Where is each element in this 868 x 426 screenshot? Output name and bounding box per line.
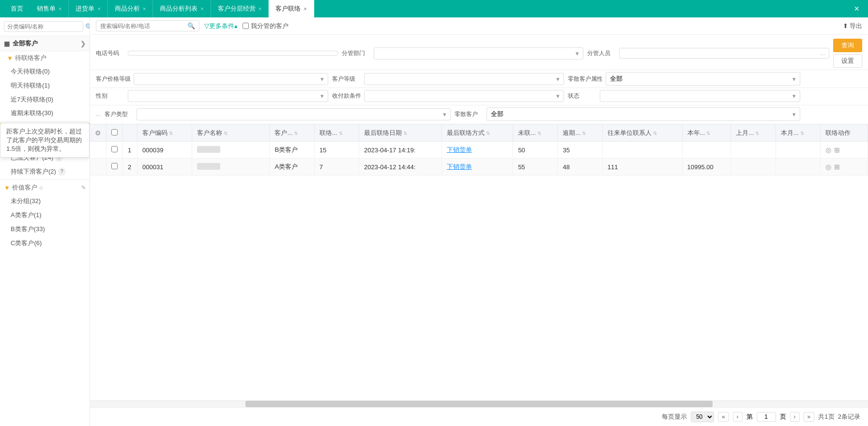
page-first-btn[interactable]: « (718, 412, 729, 422)
row2-action-icons: ◎ ⊞ (825, 163, 863, 171)
sidebar-search-icon[interactable]: 🔍 (85, 23, 90, 30)
col-contact[interactable]: 联络...⇅ (314, 125, 359, 142)
search-box: 🔍 (96, 20, 199, 31)
more-conditions-btn[interactable]: ▽ 更多条件 ▴ (204, 22, 238, 30)
sidebar-item-unclassified[interactable]: 未分组(32) (0, 194, 90, 208)
nav-tab-product-analysis-list[interactable]: 商品分析列表 × (153, 0, 211, 17)
table-row: 2 000031 A类客户 7 2023-04-12 14:44: 下销货单 5… (90, 159, 868, 176)
filter-row-4: ... 客户类型 ▾ 零散客户 全部▾ (90, 105, 868, 125)
sidebar-item-c-class[interactable]: C类客户(6) (0, 236, 90, 250)
status-select[interactable]: ▾ (600, 90, 800, 102)
nav-tab-purchase[interactable]: 进货单 × (69, 0, 107, 17)
close-product-analysis-tab[interactable]: × (143, 6, 146, 12)
col-overdue[interactable]: 逾期...⇅ (558, 125, 602, 142)
sidebar-item-b-class[interactable]: B类客户(33) (0, 222, 90, 236)
more-conditions-caret: ▴ (234, 22, 238, 29)
close-customer-contact-tab[interactable]: × (304, 6, 306, 12)
phone-input[interactable] (128, 51, 338, 56)
tooltip-box: 距客户上次交易时长，超过了此客户的平均交易周期的1.5倍，则视为异常。 (0, 123, 90, 158)
row2-link-action-icon[interactable]: ◎ (825, 163, 831, 171)
edit-value-group-icon[interactable]: ✎ (81, 185, 86, 191)
department-select[interactable]: ▾ (374, 47, 584, 59)
gender-select[interactable]: ▾ (128, 90, 328, 102)
search-btn-icon[interactable]: 🔍 (187, 22, 195, 29)
col-unit-contact[interactable]: 往来单位联系人⇅ (602, 125, 682, 142)
more-ellipsis-btn[interactable]: ... (96, 111, 101, 118)
col-name[interactable]: 客户名称⇅ (192, 125, 270, 142)
query-btn[interactable]: 查询 (833, 39, 862, 52)
pending-contact-group[interactable]: ▼ 待联络客户 (0, 51, 90, 65)
price-level-select[interactable]: ▾ (134, 73, 328, 85)
close-sales-tab[interactable]: × (59, 6, 61, 12)
row1-method-link[interactable]: 下销货单 (447, 146, 472, 153)
col-last-month[interactable]: 上月...⇅ (731, 125, 776, 142)
nav-tab-customer-contact[interactable]: 客户联络 × (269, 0, 314, 17)
row2-method-link[interactable]: 下销货单 (447, 163, 472, 170)
page-number-input[interactable] (757, 412, 776, 422)
page-prev-btn[interactable]: ‹ (733, 412, 743, 422)
close-customer-tier-tab[interactable]: × (259, 6, 261, 12)
sidebar-search-input[interactable] (4, 21, 83, 32)
col-checkbox (107, 125, 123, 142)
col-last-contact-date[interactable]: 最后联络日期⇅ (359, 125, 442, 142)
this-month-sort-icon: ⇅ (800, 131, 804, 136)
sidebar-item-overdue[interactable]: 逾期未联络(30) (0, 106, 90, 120)
row2-grid-action-icon[interactable]: ⊞ (834, 163, 840, 171)
nav-tab-sales[interactable]: 销售单 × (30, 0, 69, 17)
row1-checkbox[interactable] (111, 146, 118, 152)
pending-contact-arrow: ▼ (7, 55, 13, 62)
row2-checkbox[interactable] (111, 163, 118, 169)
filter-top-bar: 🔍 ▽ 更多条件 ▴ 我分管的客户 ⬆ 导出 (90, 17, 868, 35)
col-last-contact-method[interactable]: 最后联络方式⇅ (442, 125, 513, 142)
page-next-btn[interactable]: › (790, 412, 800, 422)
sustain-badge: ? (58, 168, 66, 176)
row1-link-action-icon[interactable]: ◎ (825, 146, 831, 154)
col-not-contacted[interactable]: 未联...⇅ (513, 125, 558, 142)
filter-row-1: 电话号码 分管部门 ▾ 分管人员 ... 查询 设置 (90, 35, 868, 70)
manager-more-btn[interactable]: ... (821, 50, 825, 56)
row2-name-blur (197, 163, 220, 170)
nav-tab-home[interactable]: 首页 (4, 4, 30, 13)
type-sort-icon: ⇅ (294, 131, 298, 136)
retail-attr-select[interactable]: 全部▾ (606, 72, 800, 86)
retail-customer-select[interactable]: 全部▾ (487, 107, 801, 121)
sidebar-collapse-btn[interactable]: ❯ (80, 40, 86, 47)
filter-icon: ▽ (204, 22, 209, 29)
page-last-btn[interactable]: » (804, 412, 815, 422)
col-code[interactable]: 客户编码⇅ (137, 125, 192, 142)
sidebar-item-tomorrow[interactable]: 明天待联络(1) (0, 79, 90, 93)
this-year-sort-icon: ⇅ (706, 131, 710, 136)
col-type[interactable]: 客户...⇅ (270, 125, 314, 142)
table-gear-icon[interactable]: ⚙ (95, 129, 101, 137)
my-customers-checkbox[interactable] (243, 23, 249, 29)
close-purchase-tab[interactable]: × (97, 6, 100, 12)
all-customers-header: ▦ 全部客户 ❯ (0, 36, 90, 51)
row1-grid-action-icon[interactable]: ⊞ (834, 146, 840, 154)
nav-tab-product-analysis[interactable]: 商品分析 × (108, 0, 153, 17)
sidebar-item-sustain-decline[interactable]: 持续下滑客户(2) ? (0, 165, 90, 179)
window-close-button[interactable]: × (849, 4, 864, 14)
last-month-sort-icon: ⇅ (755, 131, 759, 136)
manager-select[interactable]: ... (619, 48, 829, 59)
settings-btn[interactable]: 设置 (833, 54, 862, 68)
customer-level-select[interactable]: ▾ (364, 73, 564, 85)
top-nav: 首页 销售单 × 进货单 × 商品分析 × 商品分析列表 × 客户分层经营 × … (0, 0, 868, 17)
sidebar-item-today[interactable]: 今天待联络(0) (0, 65, 90, 79)
sidebar-item-7days[interactable]: 近7天待联络(0) (0, 93, 90, 107)
horizontal-scrollbar[interactable] (90, 400, 868, 407)
sidebar-item-a-class[interactable]: A类客户(1) (0, 208, 90, 222)
per-page-select[interactable]: 50 (691, 411, 714, 422)
add-value-group-icon[interactable]: ○ (39, 184, 43, 191)
customer-type-select[interactable]: ▾ (137, 108, 451, 120)
nav-tab-customer-tier[interactable]: 客户分层经营 × (211, 0, 269, 17)
value-customer-arrow: ▼ (4, 184, 10, 191)
payment-select[interactable]: ▾ (364, 90, 564, 102)
col-this-year[interactable]: 本年...⇅ (682, 125, 731, 142)
col-this-month[interactable]: 本月...⇅ (776, 125, 820, 142)
sidebar: 🔍 ▦ 全部客户 ❯ ▼ 待联络客户 今天待联络(0) 明天待联络(1) 近7天… (0, 17, 90, 426)
value-customer-group[interactable]: ▼ 价值客户 ○ ✎ (0, 181, 90, 194)
select-all-checkbox[interactable] (111, 129, 118, 135)
close-product-analysis-list-tab[interactable]: × (200, 6, 203, 12)
export-btn[interactable]: ⬆ 导出 (843, 22, 862, 30)
search-input[interactable] (100, 23, 187, 29)
